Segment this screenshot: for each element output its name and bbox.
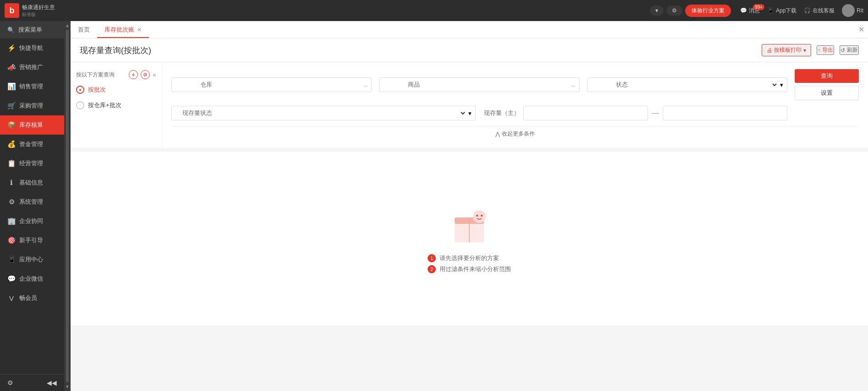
sidebar-item-inventory[interactable]: 📦 库存核算: [0, 115, 64, 135]
sidebar-item-sales[interactable]: 📊 销售管理: [0, 77, 64, 96]
sidebar-item-app-center[interactable]: 📱 应用中心: [0, 250, 64, 269]
app-download-btn[interactable]: 📱 App下载: [767, 7, 797, 15]
print-button[interactable]: 🖨 按模板打印 ▾: [762, 44, 811, 56]
tab-inventory-batch[interactable]: 库存批次账 ✕: [97, 22, 149, 38]
sidebar-item-wechat[interactable]: 💬 企业微信: [0, 269, 64, 288]
stock-qty-from-input[interactable]: [527, 110, 644, 117]
step-2-text: 用过滤条件来缩小分析范围: [439, 265, 511, 273]
add-plan-btn[interactable]: +: [129, 70, 138, 79]
warehouse-input[interactable]: [214, 81, 361, 88]
warehouse-input-wrap[interactable]: 仓库 ...: [171, 77, 372, 92]
dropdown-arrow-icon: ▾: [655, 7, 658, 14]
stock-qty-dash: —: [652, 109, 659, 117]
plan-item-by-warehouse-batch[interactable]: ○ 按仓库+批次: [71, 98, 162, 113]
sidebar-search[interactable]: 🔍 搜索菜单: [0, 21, 64, 38]
sidebar-item-system[interactable]: ⚙ 系统管理: [0, 192, 64, 212]
tab-inventory-batch-label: 库存批次账: [104, 26, 134, 34]
sidebar-item-enterprise[interactable]: 🏢 企业协同: [0, 212, 64, 231]
sidebar-settings-btn[interactable]: ⚙: [7, 379, 13, 386]
trial-button[interactable]: 体验行业方案: [685, 5, 731, 17]
sidebar-item-label: 基础信息: [19, 179, 43, 187]
product-input[interactable]: [422, 81, 569, 88]
scroll-down-btn[interactable]: ▼: [65, 384, 70, 389]
query-button[interactable]: 查询: [795, 69, 859, 83]
sidebar-item-marketing[interactable]: 📣 营销推广: [0, 58, 64, 77]
product-input-wrap[interactable]: 商品 ...: [379, 77, 579, 92]
stock-qty-to-wrap[interactable]: [663, 106, 787, 120]
left-panel-title: 按以下方案查询: [76, 71, 115, 79]
wechat-icon: 💬: [7, 275, 16, 283]
sidebar-item-purchase[interactable]: 🛒 采购管理: [0, 96, 64, 115]
sidebar-collapse-btn[interactable]: ◀◀: [47, 379, 57, 386]
search-label: 搜索菜单: [18, 26, 42, 34]
messages-btn[interactable]: 💬 消息 99+: [740, 7, 760, 15]
refresh-icon: ↺: [841, 47, 845, 54]
app-center-icon: 📱: [7, 255, 16, 264]
filter-settings-button[interactable]: 设置: [795, 86, 859, 100]
step-2-num: 2: [428, 265, 436, 273]
online-service-btn[interactable]: 🎧 在线客服: [804, 7, 835, 15]
plan-item-label: 按批次: [88, 86, 106, 94]
filter-row-2: 现存量状态 ▾ 现存量（主）: [171, 106, 859, 120]
svg-point-5: [481, 215, 483, 217]
filter-group-warehouse: 仓库 ...: [171, 77, 372, 92]
scroll-up-btn[interactable]: ▲: [65, 23, 70, 28]
sidebar-item-label: 畅会员: [19, 294, 37, 302]
empty-step-1: 1 请先选择要分析的方案: [428, 254, 511, 262]
svg-point-3: [473, 210, 486, 223]
quick-nav-icon: ⚡: [7, 44, 16, 52]
sidebar-item-label: 经营管理: [19, 159, 43, 168]
newbie-icon: 🎯: [7, 236, 16, 244]
stock-qty-from-wrap[interactable]: [523, 106, 648, 120]
avatar: [842, 4, 855, 17]
sidebar-item-label: 销售管理: [19, 82, 43, 91]
service-icon: 🎧: [804, 7, 811, 14]
stock-status-select-wrap[interactable]: 现存量状态 ▾: [171, 106, 476, 120]
stock-qty-to-input[interactable]: [667, 110, 783, 117]
status-select[interactable]: [630, 81, 778, 89]
app-download-label: App下载: [776, 7, 797, 15]
export-icon: ↑: [818, 47, 820, 54]
empty-steps: 1 请先选择要分析的方案 2 用过滤条件来缩小分析范围: [428, 254, 511, 273]
print-label: 按模板打印: [774, 46, 802, 54]
page-content: 现存量查询(按批次) 🖨 按模板打印 ▾ ↑ 导出 ↺ 刷新: [71, 38, 868, 391]
inventory-icon: 📦: [7, 121, 16, 129]
app-subtitle: 标准版: [22, 11, 57, 18]
svg-point-4: [476, 215, 478, 217]
plan-settings-btn[interactable]: ⚙: [141, 70, 150, 79]
app-title: 畅康通好生意: [22, 4, 55, 11]
product-label: 商品: [383, 81, 420, 89]
status-select-wrap[interactable]: 状态 ▾: [587, 77, 787, 92]
export-button[interactable]: ↑ 导出: [817, 45, 834, 55]
settings-icon: ⚙: [672, 7, 677, 14]
tab-close-icon[interactable]: ✕: [137, 27, 142, 33]
warehouse-dots-btn[interactable]: ...: [363, 81, 368, 88]
plan-item-by-batch[interactable]: ● 按批次: [71, 82, 162, 98]
sidebar-item-member[interactable]: V 畅会员: [0, 288, 64, 308]
warehouse-label: 仓库: [176, 81, 212, 89]
message-icon: 💬: [740, 7, 747, 14]
search-icon: 🔍: [7, 27, 15, 33]
left-panel: 按以下方案查询 + ⚙ « ● 按批次 ○ 按仓库+批次: [71, 63, 162, 148]
sidebar-item-newbie[interactable]: 🎯 新手引导: [0, 231, 64, 250]
nav-dropdown[interactable]: ▾: [650, 5, 664, 16]
nav-settings[interactable]: ⚙: [666, 5, 682, 16]
sidebar-item-basic[interactable]: ℹ 基础信息: [0, 173, 64, 192]
stock-status-select[interactable]: [214, 109, 467, 117]
sidebar-item-finance[interactable]: 💰 资金管理: [0, 135, 64, 154]
download-icon: 📱: [767, 7, 774, 14]
sidebar-item-quick-nav[interactable]: ⚡ 快捷导航: [0, 38, 64, 58]
left-panel-collapse-btn[interactable]: «: [153, 71, 156, 78]
refresh-button[interactable]: ↺ 刷新: [840, 45, 859, 55]
collapse-label: 收起更多条件: [502, 130, 535, 138]
collapse-more-conditions-btn[interactable]: ⋀ 收起更多条件: [171, 126, 859, 141]
product-dots-btn[interactable]: ...: [571, 81, 576, 88]
tab-home[interactable]: 首页: [71, 22, 97, 38]
user-avatar-btn[interactable]: Rit: [842, 4, 863, 17]
step-1-text: 请先选择要分析的方案: [439, 254, 499, 262]
filter-row-1: 仓库 ... 商品 ...: [171, 69, 859, 100]
tab-right-close-icon[interactable]: ✕: [858, 25, 864, 34]
sidebar-item-operations[interactable]: 📋 经营管理: [0, 154, 64, 173]
scroll-thumb[interactable]: [66, 30, 69, 382]
empty-state: 1 请先选择要分析的方案 2 用过滤条件来缩小分析范围: [71, 152, 868, 326]
